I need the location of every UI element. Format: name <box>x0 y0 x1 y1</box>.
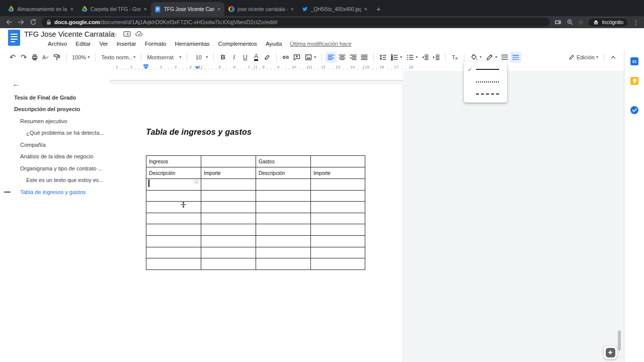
tab-docs-active[interactable]: TFG Jose Vicente Carratala - D × <box>151 2 224 16</box>
table-cell[interactable] <box>311 156 365 167</box>
tab-drive-cloud[interactable]: Almacenamiento en la nube pa × <box>4 2 77 16</box>
last-modified-link[interactable]: Última modificación hace <box>290 41 351 47</box>
print-button[interactable] <box>29 52 40 63</box>
numbered-list-button[interactable]: 123▾ <box>388 52 404 63</box>
table-cell[interactable]: Importe <box>311 167 365 179</box>
outline-item[interactable]: Compañía <box>20 142 46 148</box>
bold-button[interactable]: B <box>217 52 228 63</box>
align-center-button[interactable] <box>337 52 348 63</box>
table-cell[interactable]: Ingresos <box>146 156 201 167</box>
tab-close-icon[interactable]: × <box>364 7 367 12</box>
outline-item[interactable]: Resumen ejecutivo <box>20 118 67 124</box>
table-cell[interactable] <box>201 258 256 270</box>
mode-select[interactable]: Edición▾ <box>566 52 600 63</box>
table-cell[interactable] <box>311 258 365 270</box>
bulleted-list-button[interactable]: ▾ <box>404 52 420 63</box>
cloud-saved-icon[interactable] <box>135 31 143 37</box>
outline-item[interactable]: Tesis de Final de Grado <box>14 95 76 101</box>
border-dash-button[interactable] <box>510 52 521 63</box>
tab-close-icon[interactable]: × <box>144 7 147 12</box>
outline-item[interactable]: ¿Qué problema se ha detecta... <box>26 130 104 136</box>
zoom-icon[interactable] <box>566 18 574 26</box>
font-select[interactable]: Montserrat▾ <box>145 52 183 63</box>
table-cell[interactable] <box>256 202 311 213</box>
table-cell[interactable] <box>201 156 256 167</box>
tab-close-icon[interactable]: × <box>70 7 73 12</box>
table-cell[interactable] <box>146 190 201 202</box>
outline-item[interactable]: Descripción del proyecto <box>14 106 80 112</box>
undo-button[interactable]: ↶ <box>7 52 18 63</box>
font-size-select[interactable]: 10▾ <box>191 52 210 63</box>
align-right-button[interactable] <box>348 52 359 63</box>
outline-item[interactable]: Este es un texto que estoy es... <box>26 177 103 183</box>
table-cell[interactable] <box>311 247 365 258</box>
menu-insertar[interactable]: Insertar <box>113 40 140 48</box>
move-folder-icon[interactable] <box>123 31 131 37</box>
paragraph-style-select[interactable]: Texto norm...▾ <box>99 52 137 63</box>
collapse-toolbar-button[interactable] <box>608 52 619 63</box>
paint-format-button[interactable] <box>51 52 62 63</box>
table-cell[interactable] <box>256 213 311 224</box>
tab-drive-folder[interactable]: Carpeta del TFG - Google Driv × <box>77 2 151 16</box>
keep-icon[interactable] <box>630 77 638 85</box>
close-outline-icon[interactable]: ← <box>12 79 20 88</box>
menu-archivo[interactable]: Archivo <box>44 40 70 48</box>
explore-button[interactable] <box>603 345 617 359</box>
reload-icon[interactable] <box>29 18 37 26</box>
table-cell[interactable]: Descripción <box>256 167 311 179</box>
back-icon[interactable] <box>5 18 13 26</box>
table-cell[interactable] <box>256 247 311 258</box>
table-cell[interactable] <box>201 202 256 213</box>
star-document-icon[interactable]: ☆ <box>112 31 118 38</box>
menu-formato[interactable]: Formato <box>141 40 170 48</box>
table-cell[interactable] <box>146 224 201 236</box>
decrease-indent-button[interactable] <box>420 52 431 63</box>
table-cell[interactable] <box>311 179 365 191</box>
table-cell[interactable]: Importe <box>201 167 256 179</box>
table-cell[interactable] <box>201 190 256 202</box>
add-comment-button[interactable] <box>291 52 302 63</box>
table-cell[interactable] <box>146 202 201 213</box>
vertical-scrollbar[interactable] <box>618 330 621 350</box>
table-cell[interactable]: Descripción <box>146 167 201 179</box>
browser-menu-icon[interactable]: ⋮ <box>632 19 639 26</box>
justify-button[interactable] <box>359 52 370 63</box>
cell-dropdown-chip[interactable]: ▾ <box>194 179 199 184</box>
document-page[interactable]: Tabla de ingresos y gastos IngresosGasto… <box>110 84 403 362</box>
table-cell[interactable] <box>146 247 201 258</box>
menu-ayuda[interactable]: Ayuda <box>262 40 285 48</box>
table-cell[interactable] <box>256 258 311 270</box>
table-cell[interactable] <box>311 235 365 247</box>
tab-google-search[interactable]: jose vicente carratala - Búsque × <box>224 2 298 16</box>
clear-formatting-button[interactable]: T✕ <box>449 52 460 63</box>
menu-ver[interactable]: Ver <box>96 40 111 48</box>
table-cell[interactable] <box>146 213 201 224</box>
table-cell[interactable] <box>201 235 256 247</box>
table-cell[interactable] <box>256 179 311 191</box>
underline-button[interactable]: U <box>239 52 251 63</box>
increase-indent-button[interactable] <box>431 52 442 63</box>
media-controls-icon[interactable] <box>554 18 562 26</box>
forward-icon[interactable] <box>17 18 25 26</box>
tab-twitter-image[interactable]: _QH5i5tz_400x400.jpg (400× × <box>298 2 371 16</box>
table-cell[interactable] <box>146 235 201 247</box>
calendar-icon[interactable]: 31 <box>630 57 638 65</box>
table-cell[interactable] <box>256 190 311 202</box>
insert-image-button[interactable]: ▾ <box>302 52 318 63</box>
table-cell[interactable] <box>311 213 365 224</box>
table-cell[interactable] <box>256 235 311 247</box>
table-cell[interactable] <box>146 258 201 270</box>
docs-logo-icon[interactable] <box>8 30 20 46</box>
new-tab-button[interactable]: + <box>376 5 381 13</box>
menu-editar[interactable]: Editar <box>72 40 94 48</box>
tasks-icon[interactable] <box>630 106 638 114</box>
menu-herramientas[interactable]: Herramientas <box>172 40 213 48</box>
table-cell[interactable] <box>146 179 201 191</box>
text-color-button[interactable]: A <box>251 52 262 63</box>
table-cell[interactable] <box>201 224 256 236</box>
spellcheck-button[interactable]: A✓ <box>40 52 51 63</box>
address-bar[interactable]: docs.google.com/document/d/1Aj1AqkhD0Kof… <box>41 18 550 27</box>
table-cell[interactable] <box>311 224 365 236</box>
line-style-solid-option[interactable]: ✓ <box>464 63 507 76</box>
first-line-indent-marker[interactable] <box>143 64 148 66</box>
